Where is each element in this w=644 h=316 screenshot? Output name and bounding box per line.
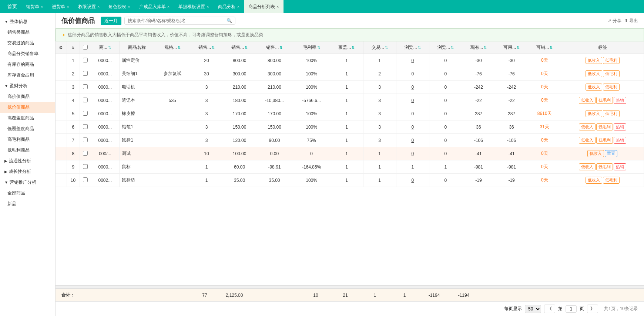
sidebar-group-overall[interactable]: ▼ 整体信息 <box>0 16 55 27</box>
close-template-settings[interactable]: × <box>207 4 209 9</box>
sidebar-item-high-margin[interactable]: 高毛利商品 <box>0 134 55 145</box>
sidebar-group-liquidity[interactable]: ▶ 流通性分析 <box>0 156 55 166</box>
sidebar-item-category-sales-rate[interactable]: 商品分类销售率 <box>0 48 55 59</box>
filter-button[interactable]: 近一月 <box>101 17 121 25</box>
sidebar-item-traded-goods[interactable]: 交易过的商品 <box>0 38 55 48</box>
th-coverage[interactable]: 覆盖...⇅ <box>330 41 363 54</box>
close-product-analysis-list[interactable]: × <box>276 4 279 9</box>
close-role-auth[interactable]: × <box>128 4 130 9</box>
th-sales-amt[interactable]: 销售...⇅ <box>223 41 256 54</box>
cell-checkbox[interactable] <box>80 120 91 134</box>
th-spec[interactable]: 规格...⇅ <box>155 41 190 54</box>
sidebar-item-low-coverage[interactable]: 低覆盖度商品 <box>0 123 55 134</box>
browse1-link[interactable]: 1 <box>411 164 414 170</box>
cell-browse1[interactable]: 0 <box>396 134 429 147</box>
cell-browse1[interactable]: 0 <box>396 81 429 94</box>
sidebar-item-new-goods[interactable]: 新品 <box>0 198 55 209</box>
table-container[interactable]: ⚙ # 商...⇅ 商品名称 规格...⇅ 销售...⇅ 销售...⇅ 销售..… <box>56 41 644 285</box>
browse1-link[interactable]: 0 <box>411 98 414 103</box>
cell-checkbox[interactable] <box>80 160 91 174</box>
row-checkbox[interactable] <box>83 164 88 169</box>
browse1-link[interactable]: 0 <box>411 111 414 116</box>
close-product-analysis[interactable]: × <box>237 4 239 9</box>
search-icon[interactable]: 🔍 <box>227 18 232 23</box>
nav-product-analysis-list[interactable]: 商品分析列表 × <box>244 0 283 13</box>
sidebar-item-low-margin[interactable]: 低毛利商品 <box>0 145 55 156</box>
row-checkbox[interactable] <box>83 177 88 182</box>
row-checkbox[interactable] <box>83 84 88 89</box>
browse1-link[interactable]: 0 <box>411 85 414 90</box>
close-permissions[interactable]: × <box>97 4 100 9</box>
sidebar-group-marketing[interactable]: ▼ 营销推广分析 <box>0 177 55 188</box>
scrollbar-area[interactable] <box>56 285 644 288</box>
row-checkbox[interactable] <box>83 124 88 129</box>
th-trade[interactable]: 交易...⇅ <box>363 41 396 54</box>
close-sales-order[interactable]: × <box>41 4 43 9</box>
nav-home[interactable]: 首页 <box>3 0 21 13</box>
sidebar-item-all-goods[interactable]: 全部商品 <box>0 188 55 198</box>
th-stock1[interactable]: 现有...⇅ <box>462 41 495 54</box>
nav-template-settings[interactable]: 单据模板设置 × <box>174 0 213 13</box>
th-checkbox[interactable] <box>80 41 91 54</box>
nav-purchase-order[interactable]: 进货单 × <box>47 0 73 13</box>
cell-checkbox[interactable] <box>80 147 91 160</box>
sidebar-item-high-value[interactable]: 高价值商品 <box>0 91 55 102</box>
page-number-input[interactable] <box>566 305 577 313</box>
row-checkbox[interactable] <box>83 98 88 102</box>
close-purchase-order[interactable]: × <box>67 4 69 9</box>
first-page-button[interactable]: 《 <box>544 305 555 313</box>
browse1-link[interactable]: 0 <box>411 125 414 130</box>
browse1-link[interactable]: 0 <box>411 58 414 63</box>
sidebar-group-growth[interactable]: ▶ 成长性分析 <box>0 166 55 177</box>
share-button[interactable]: ↗ 分享 <box>608 18 621 24</box>
row-checkbox[interactable] <box>83 111 88 116</box>
row-checkbox[interactable] <box>83 151 88 156</box>
next-page-button[interactable]: 》 <box>587 305 598 313</box>
browse1-link[interactable]: 0 <box>411 178 414 183</box>
cell-browse1[interactable]: 0 <box>396 147 429 160</box>
th-code[interactable]: 商...⇅ <box>91 41 120 54</box>
sidebar-item-stock-capital[interactable]: 库存资金占用 <box>0 70 55 81</box>
nav-sales-order[interactable]: 销货单 × <box>21 0 47 13</box>
th-sales-qty[interactable]: 销售...⇅ <box>190 41 223 54</box>
cell-browse1[interactable]: 0 <box>396 120 429 134</box>
browse1-link[interactable]: 0 <box>411 71 414 77</box>
cell-browse1[interactable]: 1 <box>396 160 429 174</box>
cell-browse1[interactable]: 0 <box>396 174 429 187</box>
close-product-warehouse[interactable]: × <box>167 4 170 9</box>
cell-checkbox[interactable] <box>80 54 91 67</box>
select-all-checkbox[interactable] <box>83 45 88 50</box>
cell-browse1[interactable]: 0 <box>396 107 429 120</box>
cell-checkbox[interactable] <box>80 67 91 81</box>
sidebar-item-stock-goods[interactable]: 有库存的商品 <box>0 59 55 70</box>
cell-browse1[interactable]: 0 <box>396 94 429 107</box>
cell-checkbox[interactable] <box>80 107 91 120</box>
th-sell[interactable]: 可销...⇅ <box>528 41 561 54</box>
cell-checkbox[interactable] <box>80 81 91 94</box>
sidebar-group-profit[interactable]: ▼ 盈财分析 <box>0 81 55 91</box>
browse1-link[interactable]: 0 <box>411 151 414 156</box>
browse1-link[interactable]: 0 <box>411 138 414 143</box>
cell-browse1[interactable]: 0 <box>396 54 429 67</box>
cell-checkbox[interactable] <box>80 94 91 107</box>
sidebar-item-high-coverage[interactable]: 高覆盖度商品 <box>0 113 55 123</box>
nav-permissions[interactable]: 权限设置 × <box>74 0 104 13</box>
th-browse1[interactable]: 浏览...⇅ <box>396 41 429 54</box>
row-checkbox[interactable] <box>83 137 88 142</box>
th-gross-rate[interactable]: 毛利率⇅ <box>293 41 330 54</box>
nav-role-auth[interactable]: 角色授权 × <box>104 0 134 13</box>
cell-checkbox[interactable] <box>80 134 91 147</box>
page-size-select[interactable]: 50 <box>525 305 541 313</box>
th-browse2[interactable]: 浏览...⇅ <box>429 41 462 54</box>
th-avail[interactable]: 可用...⇅ <box>495 41 528 54</box>
row-checkbox[interactable] <box>83 58 88 62</box>
nav-product-warehouse[interactable]: 产成品入库单 × <box>135 0 174 13</box>
export-button[interactable]: ⬆ 导出 <box>624 18 638 24</box>
sidebar-item-sales-goods[interactable]: 销售类商品 <box>0 27 55 38</box>
nav-product-analysis[interactable]: 商品分析 × <box>214 0 244 13</box>
th-settings[interactable]: ⚙ <box>56 41 67 54</box>
cell-browse1[interactable]: 0 <box>396 67 429 81</box>
row-checkbox[interactable] <box>83 71 88 76</box>
search-input[interactable] <box>128 18 225 23</box>
cell-checkbox[interactable] <box>80 174 91 187</box>
